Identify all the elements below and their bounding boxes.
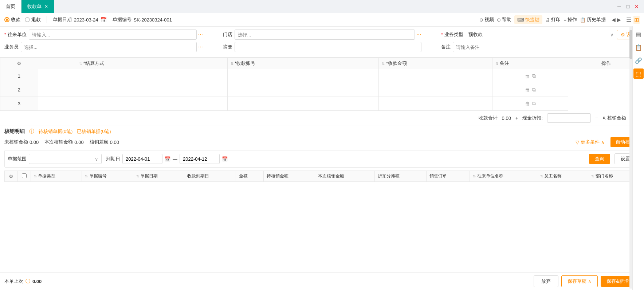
footer-info-icon[interactable]: ⓘ <box>25 278 30 285</box>
video-icon: ⊙ <box>479 17 483 23</box>
prev-arrow[interactable]: ◀ <box>612 17 616 23</box>
abandon-button[interactable]: 放弃 <box>534 275 558 287</box>
td-note-3[interactable] <box>379 97 492 111</box>
tab-receipt-close[interactable]: ✕ <box>44 4 48 9</box>
shop-more-icon[interactable]: ··· <box>416 31 421 38</box>
radio-receipt-label: 收款 <box>11 16 20 23</box>
action-icons-3: 🗑 ⧉ <box>495 101 565 107</box>
operation-label: 操作 <box>568 16 577 23</box>
grid-view-icon[interactable]: ⊞ <box>633 16 640 24</box>
tab-home[interactable]: 首页 <box>0 0 21 13</box>
operation-action[interactable]: ≡ 操作 <box>564 16 577 23</box>
query-button[interactable]: 查询 <box>589 154 610 164</box>
copy-icon-2[interactable]: ⧉ <box>532 87 536 93</box>
copy-icon-3[interactable]: ⧉ <box>532 101 536 107</box>
help-action[interactable]: ⊙ 帮助 <box>497 16 511 23</box>
scrollbar-thumb[interactable] <box>629 30 632 59</box>
tab-receipt[interactable]: 收款单 ✕ <box>21 0 54 13</box>
td-account-2[interactable] <box>76 83 227 97</box>
shop-field: 门店 ··· <box>223 30 421 40</box>
business-type-arrow[interactable]: ∨ <box>610 32 614 38</box>
discount-input[interactable] <box>547 113 591 123</box>
td-note-1[interactable] <box>379 69 492 83</box>
note-input[interactable] <box>453 42 640 52</box>
td-amount-1[interactable] <box>227 69 379 83</box>
hexiao-stats: 未核销金额 0.00 本次核销金额 0.00 核销差额 0.00 ▽ 更多条件 … <box>4 137 640 147</box>
save-draft-label: 保存草稿 <box>568 278 586 285</box>
staff-input[interactable] <box>21 42 197 52</box>
from-date-calendar-icon[interactable]: 📅 <box>165 156 170 162</box>
td-settlement-2[interactable] <box>38 83 76 97</box>
done-tab-label: 已核销单据 <box>77 129 101 134</box>
staff-more-icon[interactable]: ··· <box>198 44 203 50</box>
pending-tab[interactable]: 待核销单据(0笔) <box>39 128 72 135</box>
td-settlement-3[interactable] <box>38 97 76 111</box>
counterpart-more-icon[interactable]: ··· <box>198 31 203 38</box>
more-conditions[interactable]: ▽ 更多条件 ∧ <box>576 139 605 145</box>
summary-input[interactable] <box>235 42 421 52</box>
td-amount-2[interactable] <box>227 83 379 97</box>
right-panel-doc-icon[interactable]: 📋 <box>633 42 644 52</box>
hexiao-header: 核销明细 ⓘ 待核销单据(0笔) 已核销单据(0笔) <box>4 128 640 135</box>
bottom-table-header: ⚙ ⇅ 单据类型 ⇅ 单据编号 ⇅ 单据日期 收款到期日 金额 待核销金额 本次… <box>5 171 640 182</box>
history-action[interactable]: 📋 历史单据 <box>580 16 606 23</box>
discount-label: 现金折扣: <box>522 115 543 121</box>
hexiao-info-icon[interactable]: ⓘ <box>29 128 34 135</box>
table-row: 1 🗑 ⧉ <box>0 69 644 83</box>
footer: 本单上次 ⓘ 0.00 放弃 保存草稿 ∧ 保存&新增 ∧ <box>0 272 644 290</box>
staff-label: 业务员 <box>4 44 19 50</box>
unverified-value: 0.00 <box>30 140 39 145</box>
bottom-settings-icon[interactable]: ⚙ <box>9 173 13 179</box>
tab-receipt-label: 收款单 <box>27 3 42 10</box>
shop-label: 门店 <box>223 31 232 38</box>
shop-input[interactable] <box>235 30 415 40</box>
toolbar: 收款 退款 单据日期 2023-03-24 📅 单据编号 SK-20230324… <box>0 13 644 27</box>
calendar-icon[interactable]: 📅 <box>101 17 107 23</box>
right-panel-link-icon[interactable]: 🔗 <box>633 55 644 66</box>
copy-icon-1[interactable]: ⧉ <box>532 73 536 79</box>
toolbar-actions: ⊙ 视频 ⊙ 帮助 ⌨ 快捷键 🖨 打印 ≡ 操作 📋 历史单据 <box>479 15 640 24</box>
right-panel-table-icon[interactable]: ▤ <box>633 29 644 39</box>
shortcut-action[interactable]: ⌨ 快捷键 <box>514 15 542 24</box>
range-select[interactable]: ∨ <box>29 154 102 164</box>
td-action-3: 🗑 ⧉ <box>492 97 568 111</box>
td-account-1[interactable] <box>76 69 227 83</box>
to-date-calendar-icon[interactable]: 📅 <box>222 156 228 162</box>
range-arrow-icon: ∨ <box>95 156 98 162</box>
done-tab[interactable]: 已核销单据(0笔) <box>77 128 111 135</box>
video-action[interactable]: ⊙ 视频 <box>479 16 494 23</box>
hexiao-section: 核销明细 ⓘ 待核销单据(0笔) 已核销单据(0笔) 未核销金额 0.00 本次… <box>0 125 644 272</box>
select-all-checkbox[interactable] <box>22 173 27 178</box>
counterpart-input[interactable] <box>29 30 197 40</box>
delete-icon-1[interactable]: 🗑 <box>525 73 530 79</box>
td-settlement-1[interactable] <box>38 69 76 83</box>
delete-icon-3[interactable]: 🗑 <box>525 101 530 107</box>
radio-refund[interactable]: 退款 <box>25 16 41 23</box>
settings-gear-icon: ⚙ <box>621 32 625 38</box>
to-date-input[interactable] <box>180 154 220 164</box>
radio-receipt[interactable]: 收款 <box>4 16 20 23</box>
list-view-icon[interactable]: ☰ <box>625 16 632 24</box>
save-draft-button[interactable]: 保存草稿 ∧ <box>561 275 598 287</box>
th-note: ⇅ 备注 <box>492 58 568 69</box>
save-draft-arrow: ∧ <box>588 279 592 284</box>
print-label: 打印 <box>551 16 561 23</box>
delete-icon-2[interactable]: 🗑 <box>525 87 530 93</box>
from-date-input[interactable] <box>122 154 162 164</box>
print-action[interactable]: 🖨 打印 <box>545 16 561 23</box>
pending-tab-label: 待核销单据 <box>39 129 62 134</box>
bth-type: ⇅ 单据类型 <box>31 171 82 182</box>
window-close[interactable]: ✕ <box>634 4 640 9</box>
window-maximize[interactable]: □ <box>625 4 631 9</box>
right-panel-expand-icon[interactable]: ⬚ <box>633 68 644 79</box>
td-amount-3[interactable] <box>227 97 379 111</box>
window-minimize[interactable]: ─ <box>616 4 622 9</box>
number-label: 单据编号 <box>113 16 131 23</box>
td-account-3[interactable] <box>76 97 227 111</box>
bth-counterpart: ⇅ 往来单位名称 <box>470 171 537 182</box>
next-arrow[interactable]: ▶ <box>617 17 621 23</box>
scrollbar-area[interactable] <box>629 26 632 289</box>
filter-settings-label: 设置 <box>621 156 630 162</box>
td-note-2[interactable] <box>379 83 492 97</box>
table-settings-icon[interactable]: ⚙ <box>17 60 21 66</box>
